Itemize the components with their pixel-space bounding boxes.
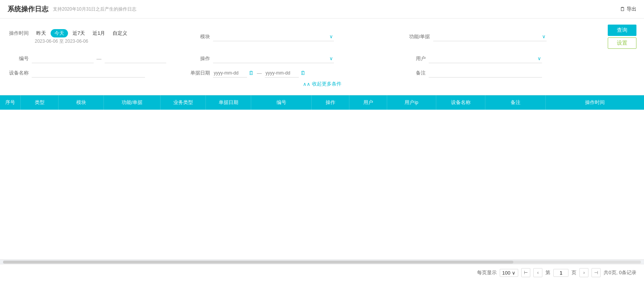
voucher-date-from[interactable]: [213, 69, 247, 78]
export-label: 导出: [627, 6, 636, 12]
per-page-value: 100: [502, 270, 511, 276]
th-type: 类型: [21, 95, 59, 110]
collapse-up-icon: ∧∧: [303, 81, 310, 87]
filter-row3: 设备名称 单据日期 🗓 — 🗓 备注: [8, 68, 636, 78]
per-page-chevron-icon: ∨: [512, 270, 516, 276]
function-label: 功能/单据: [406, 33, 433, 40]
collapse-bar: ∧∧ 收起更多条件: [8, 78, 636, 89]
function-select[interactable]: ∨: [433, 32, 547, 41]
last7days-btn[interactable]: 近7天: [69, 29, 88, 37]
last1month-btn[interactable]: 近1月: [90, 29, 108, 37]
serial-to-input[interactable]: [105, 54, 167, 63]
user-label: 用户: [402, 55, 429, 62]
calendar-from-icon[interactable]: 🗓: [249, 70, 254, 76]
user-select[interactable]: ∨: [429, 54, 542, 63]
settings-button[interactable]: 设置: [608, 37, 636, 49]
per-page-select[interactable]: 100 ∨: [500, 269, 519, 277]
module-label: 模块: [189, 33, 213, 40]
device-input[interactable]: [32, 68, 145, 78]
export-button[interactable]: 🗒 导出: [620, 6, 636, 12]
page-header: 系统操作日志 支持2020年10月31日之后产生的操作日志 🗒 导出: [0, 0, 644, 19]
export-icon: 🗒: [620, 6, 625, 12]
voucher-date-label: 单据日期: [189, 70, 213, 76]
th-function: 功能/单据: [104, 95, 161, 110]
th-biz_type: 业务类型: [161, 95, 206, 110]
serial-dash: —: [95, 56, 103, 62]
per-page-label: 每页显示: [477, 269, 497, 276]
filter-row2: 编号 — 操作 ∨ 用户 ∨: [8, 54, 636, 63]
voucher-date-range: 🗓 — 🗓: [213, 69, 306, 78]
page-input[interactable]: [553, 269, 568, 277]
remark-input[interactable]: [429, 68, 542, 78]
pagination: 每页显示 100 ∨ ⊢ ‹ 第 页 › ⊣ 共0页, 0条记录: [0, 264, 644, 281]
module-chevron-icon: ∨: [329, 34, 333, 39]
th-device_name: 设备名称: [436, 95, 485, 110]
device-label: 设备名称: [8, 70, 32, 76]
serial-range: —: [32, 54, 166, 63]
page-unit: 页: [571, 269, 576, 276]
th-module: 模块: [59, 95, 104, 110]
page-last-button[interactable]: ⊣: [591, 268, 601, 277]
page-first-button[interactable]: ⊢: [521, 268, 530, 277]
table-container: 序号类型模块功能/单据业务类型单据日期编号操作用户用户ip设备名称备注操作时间: [0, 95, 644, 259]
query-button[interactable]: 查询: [608, 25, 636, 36]
page-subtitle: 支持2020年10月31日之后产生的操作日志: [53, 6, 136, 12]
page-next-button[interactable]: ›: [579, 268, 588, 277]
remark-label: 备注: [402, 70, 429, 76]
today-btn[interactable]: 今天: [51, 29, 68, 37]
operation-chevron-icon: ∨: [329, 56, 333, 61]
collapse-label: 收起更多条件: [312, 81, 341, 87]
collapse-button[interactable]: ∧∧ 收起更多条件: [303, 81, 341, 87]
voucher-date-to[interactable]: [265, 69, 299, 78]
scroll-thumb[interactable]: [3, 261, 513, 264]
yesterday-btn[interactable]: 昨天: [33, 29, 49, 37]
th-operation: 操作: [312, 95, 349, 110]
operation-label: 操作: [189, 55, 213, 62]
calendar-to-icon[interactable]: 🗓: [300, 70, 306, 76]
voucher-date-dash: —: [255, 70, 263, 76]
operation-select[interactable]: ∨: [213, 54, 334, 63]
table-header: 序号类型模块功能/单据业务类型单据日期编号操作用户用户ip设备名称备注操作时间: [0, 95, 644, 110]
op-time-label: 操作时间: [8, 30, 32, 37]
th-remark: 备注: [485, 95, 546, 110]
filter-row1: 操作时间 昨天 今天 近7天 近1月 自定义 2023-06-06 至 2023…: [8, 25, 636, 49]
date-range-text: 2023-06-06 至 2023-06-06: [35, 39, 88, 44]
scroll-bar-area[interactable]: [0, 259, 644, 264]
th-voucher_date: 单据日期: [206, 95, 251, 110]
total-info: 共0页, 0条记录: [604, 269, 636, 276]
page-title: 系统操作日志: [8, 5, 48, 14]
th-user: 用户: [349, 95, 387, 110]
page-prev-button[interactable]: ‹: [533, 268, 542, 277]
module-select[interactable]: ∨: [213, 32, 334, 41]
action-buttons: 查询 设置: [608, 25, 636, 49]
filter-area: 操作时间 昨天 今天 近7天 近1月 自定义 2023-06-06 至 2023…: [0, 19, 644, 95]
custom-btn[interactable]: 自定义: [110, 29, 130, 37]
scroll-track: [3, 261, 641, 264]
serial-label: 编号: [8, 55, 32, 62]
th-serial_no: 编号: [251, 95, 312, 110]
user-chevron-icon: ∨: [537, 56, 541, 61]
th-user_ip: 用户ip: [387, 95, 436, 110]
serial-from-input[interactable]: [32, 54, 94, 63]
function-chevron-icon: ∨: [542, 34, 546, 39]
page-label: 第: [545, 269, 550, 276]
page-container: 系统操作日志 支持2020年10月31日之后产生的操作日志 🗒 导出 操作时间 …: [0, 0, 644, 281]
th-seq: 序号: [0, 95, 21, 110]
th-op_time: 操作时间: [546, 95, 644, 110]
table-body: [0, 110, 644, 253]
